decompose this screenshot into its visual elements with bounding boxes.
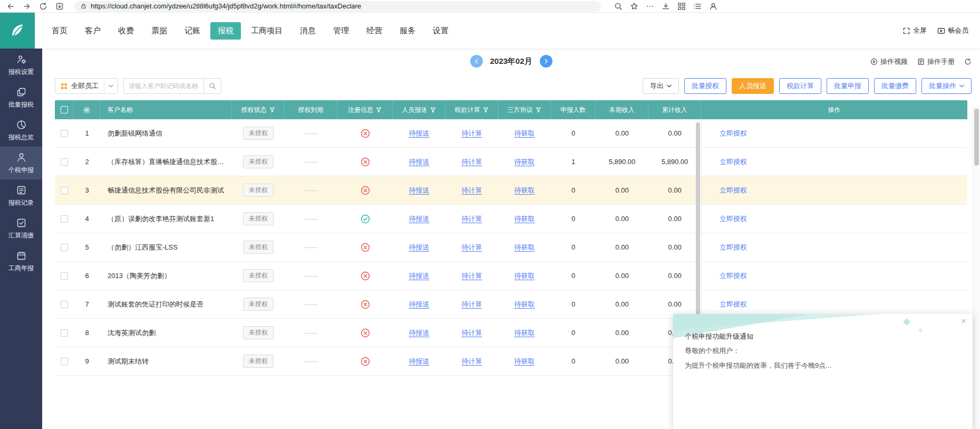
filter-icon[interactable] xyxy=(483,107,489,113)
personnel-report-link[interactable]: 待报送 xyxy=(409,157,430,167)
personnel-report-link[interactable]: 待报送 xyxy=(409,186,430,195)
batch-pay-button[interactable]: 批量缴费 xyxy=(874,78,916,94)
batch-authorize-button[interactable]: 批量授权 xyxy=(684,78,726,94)
tax-calc-link[interactable]: 待计算 xyxy=(462,129,482,138)
close-icon[interactable]: × xyxy=(961,316,966,327)
topnav-item-invoices[interactable]: 票据 xyxy=(144,22,174,40)
personnel-report-link[interactable]: 待报送 xyxy=(409,214,430,224)
page-scrollbar[interactable] xyxy=(973,106,980,429)
tripartite-agreement-link[interactable]: 待获取 xyxy=(515,186,535,195)
tripartite-agreement-link[interactable]: 待获取 xyxy=(515,214,535,224)
page-scrollbar-thumb[interactable] xyxy=(974,109,979,166)
batch-operations-button[interactable]: 批量操作 xyxy=(921,78,972,94)
personnel-report-link[interactable]: 待报送 xyxy=(409,300,430,309)
search-input[interactable] xyxy=(123,78,203,94)
select-all-checkbox[interactable] xyxy=(61,106,68,113)
manual-help-link[interactable]: 操作手册 xyxy=(917,57,955,66)
personnel-report-link[interactable]: 待报送 xyxy=(409,328,430,338)
topnav-item-home[interactable]: 首页 xyxy=(44,22,75,40)
gear-icon[interactable] xyxy=(83,106,91,114)
tax-calc-link[interactable]: 待计算 xyxy=(462,243,482,252)
reload-icon[interactable] xyxy=(39,2,47,11)
filter-icon[interactable] xyxy=(430,107,436,113)
tripartite-agreement-link[interactable]: 待获取 xyxy=(515,271,535,281)
tax-calc-link[interactable]: 待计算 xyxy=(462,328,482,338)
url-bar[interactable]: https://cloud.chanjet.com/ydzee/u2tl8l6u… xyxy=(74,1,601,12)
topnav-item-management[interactable]: 管理 xyxy=(326,22,356,40)
topnav-item-customers[interactable]: 客户 xyxy=(77,22,108,40)
prev-month-button[interactable] xyxy=(470,55,482,68)
filter-icon[interactable] xyxy=(536,107,541,113)
download-icon[interactable] xyxy=(662,2,670,11)
export-button[interactable]: 导出 xyxy=(643,78,679,94)
authorize-now-link[interactable]: 立即授权 xyxy=(720,129,747,138)
zoom-icon[interactable] xyxy=(614,2,623,11)
tax-calculate-button[interactable]: 税款计算 xyxy=(779,78,821,94)
topnav-item-tax-filing[interactable]: 报税 xyxy=(210,22,241,40)
row-checkbox[interactable] xyxy=(61,130,68,137)
personnel-submit-button[interactable]: 人员报送 xyxy=(732,78,774,94)
sidebar-item-tax-settings[interactable]: 报税设置 xyxy=(0,49,42,81)
save-page-icon[interactable] xyxy=(55,2,64,11)
tripartite-agreement-link[interactable]: 待获取 xyxy=(515,300,535,309)
personnel-report-link[interactable]: 待报送 xyxy=(409,271,430,281)
topnav-item-messages[interactable]: 消息 xyxy=(293,22,323,40)
sidebar-item-final-settlement[interactable]: 汇算清缴 xyxy=(0,212,42,245)
tripartite-agreement-link[interactable]: 待获取 xyxy=(515,243,535,252)
personnel-report-link[interactable]: 待报送 xyxy=(409,243,430,252)
tripartite-agreement-link[interactable]: 待获取 xyxy=(515,357,535,366)
tripartite-agreement-link[interactable]: 待获取 xyxy=(515,129,535,138)
forward-icon[interactable] xyxy=(23,2,31,11)
topnav-item-fees[interactable]: 收费 xyxy=(111,22,141,40)
tax-calc-link[interactable]: 待计算 xyxy=(462,157,482,167)
filter-icon[interactable] xyxy=(269,107,275,113)
next-month-button[interactable] xyxy=(540,55,552,68)
row-checkbox[interactable] xyxy=(61,329,68,337)
personnel-report-link[interactable]: 待报送 xyxy=(409,357,430,366)
row-checkbox[interactable] xyxy=(61,358,68,365)
tripartite-agreement-link[interactable]: 待获取 xyxy=(515,328,535,338)
row-checkbox[interactable] xyxy=(61,187,68,194)
sidebar-item-personal-tax[interactable]: 个税申报 xyxy=(0,147,42,179)
tax-calc-link[interactable]: 待计算 xyxy=(462,214,482,224)
row-checkbox[interactable] xyxy=(61,215,68,223)
refresh-icon[interactable] xyxy=(964,58,972,65)
batch-declare-button[interactable]: 批量申报 xyxy=(827,78,869,94)
authorize-now-link[interactable]: 立即授权 xyxy=(720,157,747,167)
authorize-now-link[interactable]: 立即授权 xyxy=(720,271,747,281)
topnav-item-settings[interactable]: 设置 xyxy=(425,22,456,40)
profile-icon[interactable] xyxy=(709,2,717,11)
personnel-report-link[interactable]: 待报送 xyxy=(409,129,430,138)
table-scrollbar-thumb[interactable] xyxy=(696,122,700,316)
sidebar-item-tax-records[interactable]: 报税记录 xyxy=(0,179,42,212)
more-menu-icon[interactable] xyxy=(646,2,654,11)
tax-calc-link[interactable]: 待计算 xyxy=(462,300,482,309)
tax-calc-link[interactable]: 待计算 xyxy=(462,271,482,281)
search-button[interactable] xyxy=(203,78,221,94)
row-checkbox[interactable] xyxy=(61,301,68,308)
employee-filter-dropdown[interactable]: 全部员工 xyxy=(55,78,118,94)
filter-icon[interactable] xyxy=(376,107,382,113)
reading-list-icon[interactable] xyxy=(693,2,702,11)
topnav-item-services[interactable]: 服务 xyxy=(392,22,423,40)
sidebar-item-annual-report[interactable]: 工商年报 xyxy=(0,245,42,278)
row-checkbox[interactable] xyxy=(61,244,68,251)
tripartite-agreement-link[interactable]: 待获取 xyxy=(515,157,535,167)
tax-calc-link[interactable]: 待计算 xyxy=(462,357,482,366)
topnav-item-bookkeeping[interactable]: 记账 xyxy=(177,22,208,40)
row-checkbox[interactable] xyxy=(61,158,68,166)
authorize-now-link[interactable]: 立即授权 xyxy=(720,243,747,252)
authorize-now-link[interactable]: 立即授权 xyxy=(720,300,747,309)
sidebar-item-batch-tax[interactable]: 批量报税 xyxy=(0,81,42,114)
sidebar-item-tax-overview[interactable]: 报税总览 xyxy=(0,114,42,147)
apps-grid-icon[interactable] xyxy=(677,2,686,11)
fullscreen-button[interactable]: 全屏 xyxy=(903,26,927,35)
video-help-link[interactable]: 操作视频 xyxy=(870,57,908,66)
tax-calc-link[interactable]: 待计算 xyxy=(462,186,482,195)
topnav-item-business-projects[interactable]: 工商项目 xyxy=(244,22,290,40)
member-button[interactable]: 畅会员 xyxy=(937,26,968,35)
back-icon[interactable] xyxy=(6,2,15,11)
authorize-now-link[interactable]: 立即授权 xyxy=(720,214,747,224)
authorize-now-link[interactable]: 立即授权 xyxy=(720,186,747,195)
row-checkbox[interactable] xyxy=(61,272,68,280)
